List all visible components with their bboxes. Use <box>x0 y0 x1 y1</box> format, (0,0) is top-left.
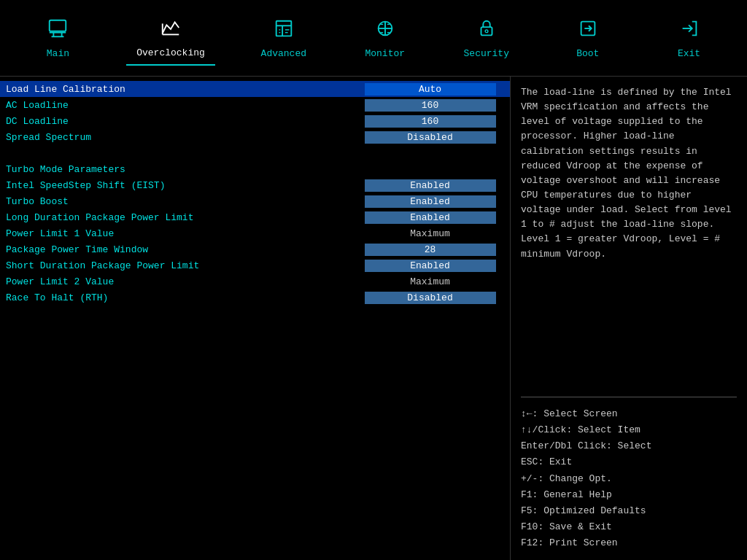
setting-label-long-duration-package-power-limit: Long Duration Package Power Limit <box>6 212 356 223</box>
help-line-3: ESC: Exit <box>521 454 737 470</box>
help-line-2: Enter/Dbl Click: Select <box>521 438 737 454</box>
nav-item-security[interactable]: Security <box>454 12 519 65</box>
svg-rect-0 <box>50 20 66 31</box>
value-box-long-duration-package-power-limit: Enabled <box>365 211 496 224</box>
setting-row-race-to-halt[interactable]: Race To Halt (RTH)Disabled <box>0 289 510 306</box>
advanced-icon <box>273 18 295 44</box>
setting-label-intel-speedstep-shift: Intel SpeedStep Shift (EIST) <box>6 180 356 191</box>
nav-item-exit[interactable]: Exit <box>657 12 722 65</box>
nav-item-overclocking[interactable]: Overclocking <box>126 11 215 66</box>
setting-row-turbo-mode-parameters[interactable]: Turbo Mode Parameters <box>0 161 510 177</box>
spacer-row <box>0 145 510 161</box>
svg-rect-21 <box>481 27 492 35</box>
help-text: ↕←: Select Screen↑↓/Click: Select ItemEn… <box>521 406 737 551</box>
setting-value-power-limit-1-value: Maximum <box>356 228 504 239</box>
setting-label-load-line-calibration: Load Line Calibration <box>6 84 356 95</box>
help-line-4: +/-: Change Opt. <box>521 471 737 487</box>
nav-item-main[interactable]: Main <box>25 12 90 65</box>
value-box-package-power-time-window: 28 <box>365 244 496 256</box>
setting-label-ac-loadline: AC Loadline <box>6 100 356 111</box>
setting-value-load-line-calibration: Auto <box>356 83 504 96</box>
setting-label-race-to-halt: Race To Halt (RTH) <box>6 292 356 303</box>
help-line-8: F12: Print Screen <box>521 535 737 551</box>
description-text: The load-line is defined by the Intel VR… <box>521 85 737 388</box>
setting-label-spread-spectrum: Spread Spectrum <box>6 132 356 143</box>
setting-row-load-line-calibration[interactable]: Load Line CalibrationAuto <box>0 81 510 97</box>
setting-value-turbo-boost: Enabled <box>356 195 504 208</box>
setting-row-turbo-boost[interactable]: Turbo BoostEnabled <box>0 193 510 209</box>
setting-label-turbo-mode-parameters: Turbo Mode Parameters <box>6 164 356 175</box>
security-icon <box>476 18 498 44</box>
setting-row-package-power-time-window[interactable]: Package Power Time Window28 <box>0 241 510 257</box>
nav-label-security: Security <box>464 48 509 59</box>
overclocking-icon <box>160 17 182 43</box>
nav-label-main: Main <box>47 48 69 59</box>
setting-label-dc-loadline: DC Loadline <box>6 116 356 127</box>
top-navigation: Main Overclocking Advanced <box>0 0 747 77</box>
value-plain-power-limit-2-value: Maximum <box>410 276 450 287</box>
help-line-1: ↑↓/Click: Select Item <box>521 422 737 438</box>
help-line-5: F1: General Help <box>521 487 737 503</box>
value-box-intel-speedstep-shift: Enabled <box>365 179 496 192</box>
main-icon <box>47 18 69 44</box>
value-plain-power-limit-1-value: Maximum <box>410 228 450 239</box>
setting-row-power-limit-1-value[interactable]: Power Limit 1 ValueMaximum <box>0 225 510 241</box>
help-line-7: F10: Save & Exit <box>521 519 737 535</box>
setting-row-spread-spectrum[interactable]: Spread SpectrumDisabled <box>0 129 510 145</box>
nav-item-monitor[interactable]: Monitor <box>352 12 418 65</box>
content-area: Load Line CalibrationAutoAC Loadline160D… <box>0 77 747 560</box>
right-panel: The load-line is defined by the Intel VR… <box>511 77 747 560</box>
setting-value-spread-spectrum: Disabled <box>356 131 504 144</box>
nav-label-overclocking: Overclocking <box>136 47 205 58</box>
setting-value-race-to-halt: Disabled <box>356 292 504 304</box>
setting-label-turbo-boost: Turbo Boost <box>6 196 356 207</box>
value-box-load-line-calibration: Auto <box>365 83 496 96</box>
setting-label-short-duration-package-power-limit: Short Duration Package Power Limit <box>6 260 356 271</box>
setting-value-dc-loadline: 160 <box>356 115 504 128</box>
nav-label-advanced: Advanced <box>261 48 306 59</box>
value-box-short-duration-package-power-limit: Enabled <box>365 260 496 272</box>
value-box-race-to-halt: Disabled <box>365 292 496 304</box>
boot-icon <box>577 18 599 44</box>
setting-row-long-duration-package-power-limit[interactable]: Long Duration Package Power LimitEnabled <box>0 209 510 225</box>
setting-label-power-limit-1-value: Power Limit 1 Value <box>6 228 356 239</box>
setting-value-short-duration-package-power-limit: Enabled <box>356 260 504 272</box>
setting-value-long-duration-package-power-limit: Enabled <box>356 211 504 224</box>
value-box-ac-loadline: 160 <box>365 99 496 112</box>
svg-rect-7 <box>276 20 291 36</box>
nav-item-advanced[interactable]: Advanced <box>251 12 317 65</box>
setting-value-package-power-time-window: 28 <box>356 244 504 256</box>
setting-value-ac-loadline: 160 <box>356 99 504 112</box>
setting-row-dc-loadline[interactable]: DC Loadline160 <box>0 113 510 129</box>
monitor-icon <box>374 18 396 44</box>
panel-divider <box>521 397 737 397</box>
setting-value-intel-speedstep-shift: Enabled <box>356 179 504 192</box>
svg-point-22 <box>485 29 488 32</box>
value-box-turbo-boost: Enabled <box>365 195 496 208</box>
setting-row-power-limit-2-value[interactable]: Power Limit 2 ValueMaximum <box>0 273 510 289</box>
nav-label-exit: Exit <box>678 48 700 59</box>
help-line-6: F5: Optimized Defaults <box>521 503 737 519</box>
settings-panel: Load Line CalibrationAutoAC Loadline160D… <box>0 77 511 560</box>
setting-label-power-limit-2-value: Power Limit 2 Value <box>6 276 356 287</box>
setting-value-power-limit-2-value: Maximum <box>356 276 504 287</box>
setting-label-package-power-time-window: Package Power Time Window <box>6 244 356 255</box>
exit-icon <box>678 18 700 44</box>
nav-label-boot: Boot <box>576 48 599 59</box>
nav-item-boot[interactable]: Boot <box>555 12 621 65</box>
setting-row-ac-loadline[interactable]: AC Loadline160 <box>0 97 510 113</box>
setting-row-short-duration-package-power-limit[interactable]: Short Duration Package Power LimitEnable… <box>0 257 510 273</box>
value-box-dc-loadline: 160 <box>365 115 496 128</box>
help-line-0: ↕←: Select Screen <box>521 406 737 422</box>
nav-label-monitor: Monitor <box>365 48 405 59</box>
setting-row-intel-speedstep-shift[interactable]: Intel SpeedStep Shift (EIST)Enabled <box>0 177 510 193</box>
value-box-spread-spectrum: Disabled <box>365 131 496 144</box>
